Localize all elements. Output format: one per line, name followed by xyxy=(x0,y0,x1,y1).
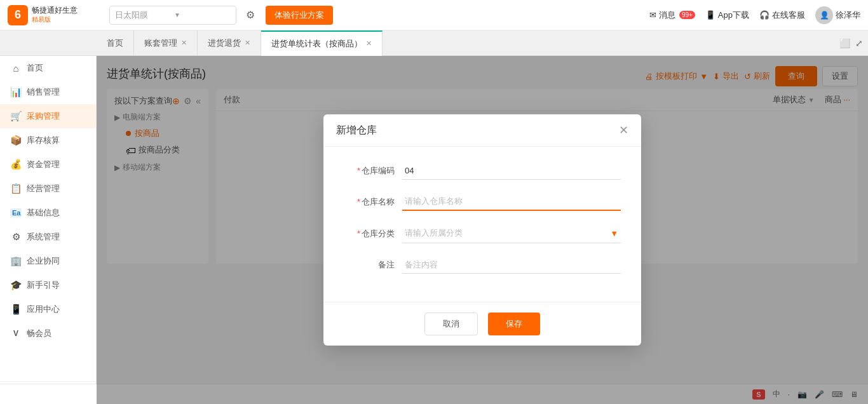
sidebar-item-guide[interactable]: 🎓 新手引导 xyxy=(0,273,96,297)
logo-icon: 6 xyxy=(8,5,28,25)
customer-service-button[interactable]: 🎧 在线客服 xyxy=(759,10,805,21)
dialog-overlay[interactable]: 新增仓库 ✕ 仓库编码 仓库名称 仓库分类 xyxy=(97,56,868,404)
sidebar-label-operations: 经营管理 xyxy=(27,183,60,194)
tab-account[interactable]: 账套管理 ✕ xyxy=(134,30,198,56)
category-dropdown-arrow: ▼ xyxy=(610,229,618,238)
trial-button[interactable]: 体验行业方案 xyxy=(266,6,333,25)
messages-badge: 99+ xyxy=(679,11,695,19)
dialog-footer: 取消 保存 xyxy=(323,302,641,346)
name-label: 仓库名称 xyxy=(344,196,395,208)
dialog-title: 新增仓库 xyxy=(336,124,377,137)
sidebar-item-system[interactable]: ⚙ 系统管理 xyxy=(0,225,96,249)
sidebar-label-home: 首页 xyxy=(27,62,43,74)
basic-info-icon: Ea xyxy=(10,208,22,217)
sales-icon: 📊 xyxy=(10,86,22,98)
save-button[interactable]: 保存 xyxy=(488,313,540,335)
tab-restore-btn[interactable]: ⬜ xyxy=(839,38,850,48)
sidebar-label-vip: 畅会员 xyxy=(27,328,51,339)
tab-account-label: 账套管理 xyxy=(144,37,177,49)
headphone-icon: 🎧 xyxy=(759,10,770,20)
form-row-category: 仓库分类 请输入所属分类 ▼ xyxy=(344,224,621,243)
app-download-label: App下载 xyxy=(718,10,749,21)
dialog-body: 仓库编码 仓库名称 仓库分类 请输入所属分类 ▼ xyxy=(323,147,641,302)
system-icon: ⚙ xyxy=(10,231,22,243)
sidebar-label-guide: 新手引导 xyxy=(27,279,60,291)
sidebar-label-inventory: 库存核算 xyxy=(27,135,60,146)
sidebar-item-home[interactable]: ⌂ 首页 xyxy=(0,56,96,80)
avatar: 👤 xyxy=(815,6,833,24)
operations-icon: 📋 xyxy=(10,183,22,194)
guide-icon: 🎓 xyxy=(10,279,22,291)
sidebar-label-enterprise: 企业协同 xyxy=(27,255,60,267)
vip-icon: V xyxy=(10,329,22,338)
inventory-icon: 📦 xyxy=(10,135,22,146)
tab-purchase-stats-label: 进货单统计表（按商品） xyxy=(271,38,362,50)
sidebar-item-basic-info[interactable]: Ea 基础信息 xyxy=(0,201,96,225)
sidebar-label-system: 系统管理 xyxy=(27,231,60,243)
category-label: 仓库分类 xyxy=(344,228,395,239)
enterprise-icon: 🏢 xyxy=(10,255,22,267)
tab-purchase-stats[interactable]: 进货单统计表（按商品） ✕ xyxy=(261,30,383,56)
tab-right-controls: ⬜ ⤢ xyxy=(839,38,868,48)
purchase-icon: 🛒 xyxy=(10,111,22,122)
sidebar-item-purchase[interactable]: 🛒 采购管理 xyxy=(0,104,96,128)
customer-service-label: 在线客服 xyxy=(772,10,805,21)
cancel-button[interactable]: 取消 xyxy=(424,313,478,335)
form-row-name: 仓库名称 xyxy=(344,192,621,211)
home-icon: ⌂ xyxy=(10,63,22,74)
message-icon: ✉ xyxy=(649,10,656,20)
tab-home[interactable]: 首页 xyxy=(97,30,134,56)
sidebar-label-basic-info: 基础信息 xyxy=(27,207,60,219)
logo-char: 6 xyxy=(15,8,21,22)
username-label: 徐泽华 xyxy=(836,10,860,21)
tab-purchase-stats-close[interactable]: ✕ xyxy=(366,39,372,48)
header-right: ✉ 消息 99+ 📱 App下载 🎧 在线客服 👤 徐泽华 xyxy=(649,6,860,24)
finance-icon: 💰 xyxy=(10,159,22,170)
sidebar-item-enterprise[interactable]: 🏢 企业协同 xyxy=(0,249,96,273)
search-dropdown-arrow[interactable]: ▼ xyxy=(174,11,231,18)
user-menu-button[interactable]: 👤 徐泽华 xyxy=(815,6,860,24)
sidebar: ⌂ 首页 📊 销售管理 🛒 采购管理 📦 库存核算 💰 资金管理 📋 经营管理 … xyxy=(0,56,97,404)
remark-input[interactable] xyxy=(402,256,621,274)
category-placeholder: 请输入所属分类 xyxy=(405,227,463,239)
top-header: 6 畅捷通好生意 精易版 日太阳膜 ▼ ⚙ 体验行业方案 ✉ 消息 99+ 📱 … xyxy=(0,0,868,30)
messages-button[interactable]: ✉ 消息 99+ xyxy=(649,10,695,21)
header-search-text: 日太阳膜 xyxy=(115,10,172,21)
tab-account-close[interactable]: ✕ xyxy=(181,39,187,47)
messages-label: 消息 xyxy=(659,10,675,21)
sidebar-label-apps: 应用中心 xyxy=(27,304,60,315)
tab-home-label: 首页 xyxy=(107,37,123,49)
tab-fullscreen-btn[interactable]: ⤢ xyxy=(855,38,863,48)
dialog-close-button[interactable]: ✕ xyxy=(619,123,628,137)
sidebar-item-apps[interactable]: 📱 应用中心 xyxy=(0,297,96,321)
sidebar-label-sales: 销售管理 xyxy=(27,86,60,98)
mobile-icon: 📱 xyxy=(705,10,715,20)
code-input[interactable] xyxy=(402,162,621,180)
gear-button[interactable]: ⚙ xyxy=(240,5,261,25)
logo-badge: 精易版 xyxy=(32,15,78,24)
apps-icon: 📱 xyxy=(10,304,22,315)
logo-name: 畅捷通好生意 xyxy=(32,6,78,16)
code-label: 仓库编码 xyxy=(344,165,395,177)
tab-purchase-return-close[interactable]: ✕ xyxy=(245,39,250,47)
dialog-header: 新增仓库 ✕ xyxy=(323,114,641,147)
sidebar-label-purchase: 采购管理 xyxy=(27,111,60,122)
tab-purchase-return-label: 进货退货 xyxy=(208,37,241,49)
tab-purchase-return[interactable]: 进货退货 ✕ xyxy=(198,30,261,56)
sidebar-label-finance: 资金管理 xyxy=(27,159,60,170)
tab-bar: 首页 账套管理 ✕ 进货退货 ✕ 进货单统计表（按商品） ✕ ⬜ ⤢ xyxy=(0,30,868,56)
sidebar-item-sales[interactable]: 📊 销售管理 xyxy=(0,80,96,104)
category-select[interactable]: 请输入所属分类 ▼ xyxy=(402,224,621,243)
app-download-button[interactable]: 📱 App下载 xyxy=(705,10,749,21)
name-input[interactable] xyxy=(402,192,621,211)
header-search-box[interactable]: 日太阳膜 ▼ xyxy=(109,6,236,25)
sidebar-item-finance[interactable]: 💰 资金管理 xyxy=(0,152,96,177)
sidebar-item-vip[interactable]: V 畅会员 xyxy=(0,321,96,346)
form-row-remark: 备注 xyxy=(344,256,621,274)
sidebar-item-inventory[interactable]: 📦 库存核算 xyxy=(0,128,96,152)
remark-label: 备注 xyxy=(344,259,395,271)
form-row-code: 仓库编码 xyxy=(344,162,621,180)
sidebar-item-operations[interactable]: 📋 经营管理 xyxy=(0,177,96,201)
content-area: 进货单统计(按商品) 🖨 按模板打印 ▼ ⬇ 导出 ↺ 刷新 查询 设置 xyxy=(97,56,868,404)
logo-area: 6 畅捷通好生意 精易版 xyxy=(8,5,104,25)
